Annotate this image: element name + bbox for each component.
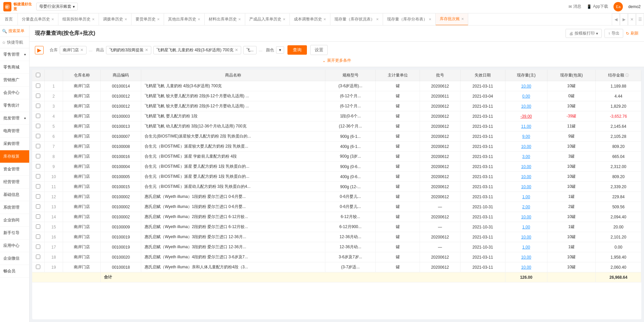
row-stock-main[interactable]: 9.00 — [505, 131, 547, 142]
row-checkbox[interactable] — [36, 114, 40, 118]
row-stock-main[interactable]: 10.00 — [505, 162, 547, 172]
row-checkbox[interactable] — [36, 224, 40, 229]
tab-menu-icon[interactable]: ☰ — [636, 13, 644, 25]
close-icon[interactable]: ✕ — [198, 17, 200, 21]
sidebar-item-marketing[interactable]: 营销推广 — [0, 74, 29, 87]
warehouse-tag[interactable]: 南岸门店 ✕ — [60, 46, 87, 54]
color-dropdown[interactable]: ▾ — [276, 46, 284, 54]
close-icon[interactable]: ✕ — [461, 17, 464, 21]
close-icon[interactable]: ✕ — [323, 17, 326, 21]
message-button[interactable]: ✉ 消息 — [569, 4, 581, 9]
avatar[interactable]: Ea — [613, 2, 623, 11]
row-stock-main[interactable]: 1.00 — [505, 242, 547, 252]
close-icon[interactable]: ✕ — [283, 17, 285, 21]
refresh-button[interactable]: ↻ 刷新 — [626, 31, 639, 36]
query-button[interactable]: 查询 — [287, 45, 307, 55]
sidebar-item-system[interactable]: 系统管理 — [0, 201, 29, 214]
sidebar-item-retail-stat[interactable]: 零售统计 — [0, 99, 29, 112]
close-icon[interactable]: ✕ — [238, 17, 241, 21]
row-stock-main[interactable]: 11.00 — [505, 121, 547, 131]
row-checkbox[interactable] — [36, 234, 40, 239]
product-more-icon[interactable]: … — [259, 48, 263, 52]
row-stock-main[interactable]: 10.00 — [505, 142, 547, 152]
row-stock-main[interactable]: 2.00 — [505, 202, 547, 212]
row-stock-main[interactable]: 1.00 — [505, 192, 547, 202]
export-button[interactable]: ↑ 导出 — [604, 29, 623, 38]
tab-product-in[interactable]: 产成品入库单历史 ✕ — [245, 13, 290, 25]
warehouse-more-icon[interactable]: … — [89, 48, 93, 52]
row-checkbox[interactable] — [36, 124, 40, 128]
row-stock-main[interactable]: 0.00 — [505, 91, 547, 101]
tab-stock-status[interactable]: 现存量（库存状况表） ✕ — [330, 13, 383, 25]
product-tag-1-close-icon[interactable]: ✕ — [145, 48, 148, 52]
tab-next-arrow[interactable]: ▶ — [620, 13, 628, 25]
row-stock-main[interactable]: 10.00 — [505, 172, 547, 182]
app-download-button[interactable]: 📱 App下载 — [587, 4, 608, 9]
close-icon[interactable]: ✕ — [157, 17, 160, 21]
row-stock-main[interactable]: 10.00 — [505, 262, 547, 272]
sidebar-item-retail-mall[interactable]: 零售商城 — [0, 61, 29, 74]
row-stock-main[interactable]: 10.00 — [505, 81, 547, 91]
row-checkbox[interactable] — [36, 184, 40, 189]
sidebar-item-retail[interactable]: 零售管理 ▾ — [0, 48, 29, 61]
row-checkbox[interactable] — [36, 214, 40, 219]
tab-home[interactable]: 首页 — [0, 13, 18, 25]
row-checkbox[interactable] — [36, 174, 40, 178]
row-stock-main[interactable]: 10.00 — [505, 232, 547, 242]
sidebar-item-finance[interactable]: 资金管理 — [0, 163, 29, 176]
close-icon[interactable]: ✕ — [429, 17, 431, 21]
row-checkbox[interactable] — [36, 104, 40, 108]
settings-button[interactable]: 设置 — [310, 45, 328, 55]
expand-filter-button[interactable]: ⌄ 展开更多条件 — [35, 58, 639, 63]
warehouse-tag-close-icon[interactable]: ✕ — [80, 48, 84, 52]
row-stock-main[interactable]: 10.00 — [505, 212, 547, 222]
filter-expand-arrow[interactable]: ▶ — [35, 46, 44, 54]
row-checkbox[interactable] — [36, 194, 40, 199]
sidebar-item-vip[interactable]: 畅会员 — [0, 265, 29, 278]
sidebar-item-ecommerce[interactable]: 电商管理 — [0, 125, 29, 138]
product-tag-2-close-icon[interactable]: ✕ — [235, 48, 238, 52]
row-checkbox[interactable] — [36, 154, 40, 158]
tab-other-out[interactable]: 其他出库单历史 ✕ — [164, 13, 205, 25]
sidebar-item-inventory[interactable]: 库存核算 — [0, 150, 29, 163]
print-button[interactable]: 🖨 按模板打印 ▾ — [566, 29, 602, 38]
sidebar-item-cooperation[interactable]: 企业协同 — [0, 214, 29, 227]
sidebar-item-wholesale[interactable]: 批发管理 ▾ — [0, 112, 29, 125]
row-stock-main[interactable]: 10.00 — [505, 252, 547, 262]
row-stock-main[interactable]: -39.00 — [505, 111, 547, 121]
close-icon[interactable]: ✕ — [376, 17, 379, 21]
tab-prev-arrow[interactable]: ◀ — [612, 13, 620, 25]
row-checkbox[interactable] — [36, 94, 40, 98]
tab-batch-voucher[interactable]: 库存批次账 ✕ — [436, 13, 468, 25]
product-tag-1[interactable]: 飞鹤奶粉3段两提装 ✕ — [106, 46, 151, 54]
row-checkbox[interactable] — [36, 255, 40, 259]
product-tag-2[interactable]: 飞鹤星飞帆 儿童奶粉 4段(3-6岁适用) 700克 ✕ — [153, 46, 241, 54]
row-stock-main[interactable]: 10.00 — [505, 182, 547, 192]
row-checkbox[interactable] — [36, 84, 40, 88]
sidebar-item-operations[interactable]: 经营管理 — [0, 176, 29, 189]
sidebar-quick-nav[interactable]: ☆ 快捷导航 — [0, 37, 29, 48]
sidebar-item-member[interactable]: 会员中心 — [0, 87, 29, 99]
tab-requisition[interactable]: 要货单历史 ✕ — [131, 13, 164, 25]
row-checkbox[interactable] — [36, 204, 40, 209]
tab-transfer[interactable]: 调拨单历史 ✕ — [99, 13, 131, 25]
row-checkbox[interactable] — [36, 265, 40, 269]
product-tag-more[interactable]: 飞... — [243, 46, 257, 54]
sidebar-item-appstore[interactable]: 应用中心 — [0, 239, 29, 252]
tab-close-icon[interactable]: ✕ — [628, 13, 636, 25]
row-stock-main[interactable]: 3.00 — [505, 152, 547, 162]
row-checkbox[interactable] — [36, 164, 40, 168]
tab-disassemble[interactable]: 组装拆卸单历史 ✕ — [58, 13, 99, 25]
tab-stock-dist[interactable]: 现存量（库存分布表） ✕ — [383, 13, 436, 25]
tab-split-inventory[interactable]: 分量盘点单历史 ✕ — [18, 13, 58, 25]
row-checkbox[interactable] — [36, 134, 40, 138]
tab-material-out[interactable]: 材料出库单历史 ✕ — [205, 13, 245, 25]
select-all-checkbox[interactable] — [36, 73, 40, 77]
row-stock-main[interactable]: 10.00 — [505, 101, 547, 111]
close-icon[interactable]: ✕ — [124, 17, 127, 21]
sidebar-search[interactable]: 🔍 搜索菜单 — [0, 25, 29, 37]
sidebar-item-guide[interactable]: 新手引导 — [0, 227, 29, 239]
close-icon[interactable]: ✕ — [51, 17, 54, 21]
row-checkbox[interactable] — [36, 245, 40, 249]
industry-selector[interactable]: 母婴行业演示账套 ▾ — [36, 3, 78, 10]
